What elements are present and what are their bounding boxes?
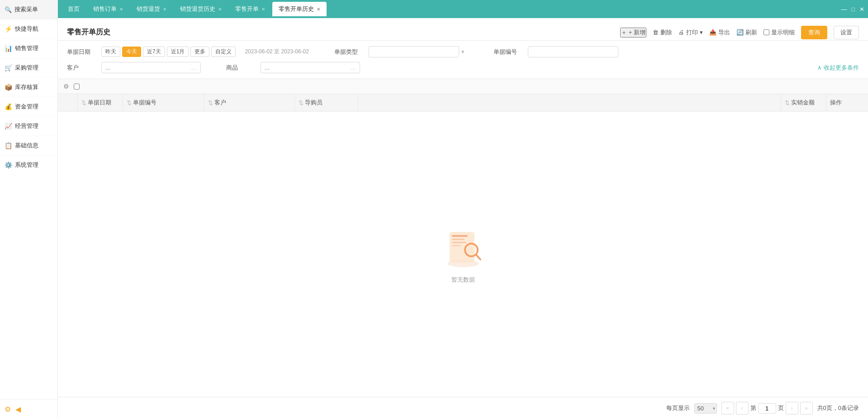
table-settings-icon[interactable]: ⚙ bbox=[63, 83, 69, 90]
select-all-checkbox[interactable] bbox=[74, 84, 80, 89]
search-menu-item[interactable]: 🔍 搜索采单 bbox=[0, 0, 57, 19]
tab-sales-return-history[interactable]: 销货退货历史 ✕ bbox=[174, 2, 228, 16]
th-doc-date-label: 单据日期 bbox=[88, 99, 111, 107]
th-customer[interactable]: ⇅ 客户 bbox=[204, 94, 295, 111]
customer-label: 客户 bbox=[67, 64, 94, 72]
sidebar-item-finance[interactable]: 💰 资金管理 bbox=[0, 97, 57, 117]
add-icon: ＋ bbox=[621, 28, 627, 37]
doc-type-dropdown-icon: ▾ bbox=[461, 48, 465, 55]
date-btn-yesterday[interactable]: 昨天 bbox=[101, 47, 120, 57]
date-btn-custom[interactable]: 自定义 bbox=[211, 47, 236, 57]
sidebar-item-quick-nav[interactable]: ⚡ 快捷导航 bbox=[0, 19, 57, 39]
display-detail-checkbox[interactable] bbox=[764, 29, 769, 35]
svg-rect-5 bbox=[452, 245, 461, 246]
sidebar-item-inventory[interactable]: 📦 库存核算 bbox=[0, 78, 57, 97]
add-button[interactable]: ＋ + 新增 bbox=[620, 28, 646, 38]
collapse-label: 收起更多条件 bbox=[824, 64, 859, 72]
sidebar-item-label: 资金管理 bbox=[15, 103, 38, 111]
sidebar-item-operations[interactable]: 📈 经营管理 bbox=[0, 117, 57, 136]
tab-retail-open-label: 零售开单 bbox=[235, 5, 259, 13]
collapse-button[interactable]: ∧ 收起更多条件 bbox=[817, 64, 859, 72]
sidebar-item-basic-info[interactable]: 📋 基础信息 bbox=[0, 136, 57, 155]
sidebar-item-sys-mgmt[interactable]: ⚙️ 系统管理 bbox=[0, 155, 57, 175]
sidebar-item-label: 快捷导航 bbox=[15, 25, 38, 33]
table-body: 暂无数据 bbox=[58, 112, 868, 397]
th-customer-sort-icon: ⇅ bbox=[208, 99, 213, 106]
tab-bar: 首页 销售订单 ✕ 销货退货 ✕ 销货退货历史 ✕ 零售开单 ✕ 零售开单历史 … bbox=[58, 0, 868, 18]
sales-icon: 📊 bbox=[5, 45, 12, 52]
customer-input[interactable] bbox=[105, 64, 191, 71]
last-page-button[interactable]: » bbox=[800, 402, 813, 414]
export-icon: 📤 bbox=[709, 29, 716, 36]
sidebar-item-label: 采购管理 bbox=[15, 64, 38, 72]
refresh-button[interactable]: 🔄 刷新 bbox=[736, 28, 757, 37]
sidebar-search-label: 搜索采单 bbox=[14, 5, 38, 14]
tab-retail-open[interactable]: 零售开单 ✕ bbox=[229, 2, 271, 16]
doc-type-select-wrap: ▾ bbox=[369, 46, 468, 57]
doc-type-select[interactable] bbox=[369, 46, 459, 57]
tab-home[interactable]: 首页 bbox=[62, 2, 86, 16]
page-total: 共0页，0条记录 bbox=[817, 404, 859, 412]
doc-type-label: 单据类型 bbox=[334, 48, 361, 56]
page-header: 零售开单历史 ＋ + 新增 🗑 删除 🖨 打印 ▾ 📤 导出 🔄 刷新 bbox=[58, 18, 868, 41]
date-btn-last7[interactable]: 近7天 bbox=[143, 47, 165, 57]
svg-rect-4 bbox=[452, 242, 466, 243]
tab-sales-return-history-close[interactable]: ✕ bbox=[218, 7, 222, 12]
tab-sales-order[interactable]: 销售订单 ✕ bbox=[87, 2, 129, 16]
close-button[interactable]: ✕ bbox=[859, 6, 864, 13]
date-btn-more[interactable]: 更多 bbox=[190, 47, 209, 57]
finance-icon: 💰 bbox=[5, 103, 12, 110]
collapse-sidebar-icon[interactable]: ◀ bbox=[15, 405, 21, 414]
delete-button[interactable]: 🗑 删除 bbox=[653, 28, 672, 37]
customer-dots: … bbox=[191, 64, 197, 71]
pagination: 每页显示 10 20 50 100 ▾ « ‹ 第 页 › » 共0页，0条记录 bbox=[58, 397, 868, 419]
date-buttons: 昨天 今天 近7天 近1月 更多 自定义 bbox=[101, 47, 236, 57]
date-btn-last1month[interactable]: 近1月 bbox=[167, 47, 189, 57]
product-label: 商品 bbox=[226, 64, 253, 72]
print-dropdown-icon: ▾ bbox=[700, 29, 703, 36]
sidebar: 🔍 搜索采单 ⚡ 快捷导航 📊 销售管理 🛒 采购管理 📦 库存核算 💰 资金管… bbox=[0, 0, 58, 419]
settings-bottom-icon[interactable]: ⚙ bbox=[5, 405, 11, 414]
th-doc-date[interactable]: ⇅ 单据日期 bbox=[78, 94, 123, 111]
first-page-button[interactable]: « bbox=[721, 402, 734, 414]
tab-sales-order-label: 销售订单 bbox=[93, 5, 117, 13]
refresh-icon: 🔄 bbox=[736, 29, 744, 36]
date-btn-today[interactable]: 今天 bbox=[122, 47, 141, 57]
doc-no-label: 单据编号 bbox=[493, 48, 521, 56]
query-button[interactable]: 查询 bbox=[801, 26, 827, 39]
tab-retail-open-history-close[interactable]: ✕ bbox=[317, 7, 320, 12]
next-page-button[interactable]: › bbox=[786, 402, 798, 414]
toolbar-actions: ＋ + 新增 🗑 删除 🖨 打印 ▾ 📤 导出 🔄 刷新 bbox=[620, 26, 859, 39]
svg-rect-3 bbox=[452, 239, 465, 240]
tab-retail-open-close[interactable]: ✕ bbox=[261, 7, 265, 12]
product-input[interactable] bbox=[265, 64, 350, 71]
th-doc-no[interactable]: ⇅ 单据编号 bbox=[123, 94, 204, 111]
th-guide[interactable]: ⇅ 导购员 bbox=[295, 94, 358, 111]
page-input[interactable] bbox=[758, 403, 776, 414]
sidebar-item-sales-mgmt[interactable]: 📊 销售管理 bbox=[0, 39, 57, 58]
tab-retail-open-history[interactable]: 零售开单历史 ✕ bbox=[272, 2, 327, 16]
th-amount[interactable]: ⇅ 实销金额 bbox=[781, 94, 826, 111]
th-checkbox bbox=[63, 94, 78, 111]
doc-no-input[interactable] bbox=[532, 48, 614, 55]
settings-button[interactable]: 设置 bbox=[834, 26, 859, 39]
tab-sales-return-history-label: 销货退货历史 bbox=[180, 5, 215, 13]
tab-sales-return-close[interactable]: ✕ bbox=[163, 7, 166, 12]
display-detail-checkbox-wrap[interactable]: 显示明细 bbox=[764, 28, 795, 37]
product-dots: … bbox=[350, 64, 356, 71]
print-button[interactable]: 🖨 打印 ▾ bbox=[678, 28, 703, 37]
th-amount-label: 实销金额 bbox=[791, 99, 815, 107]
minimize-button[interactable]: — bbox=[841, 6, 847, 13]
sidebar-item-label: 基础信息 bbox=[15, 141, 38, 150]
per-page-select[interactable]: 10 20 50 100 bbox=[694, 403, 717, 414]
window-controls: — □ ✕ bbox=[841, 6, 864, 13]
sidebar-item-purchase-mgmt[interactable]: 🛒 采购管理 bbox=[0, 58, 57, 78]
search-icon: 🔍 bbox=[5, 6, 12, 13]
tab-sales-order-close[interactable]: ✕ bbox=[119, 7, 123, 12]
prev-page-button[interactable]: ‹ bbox=[736, 402, 749, 414]
tab-sales-return[interactable]: 销货退货 ✕ bbox=[130, 2, 173, 16]
maximize-button[interactable]: □ bbox=[851, 6, 855, 13]
page-title: 零售开单历史 bbox=[67, 28, 110, 37]
export-button[interactable]: 📤 导出 bbox=[709, 28, 730, 37]
th-doc-no-label: 单据编号 bbox=[133, 99, 157, 107]
